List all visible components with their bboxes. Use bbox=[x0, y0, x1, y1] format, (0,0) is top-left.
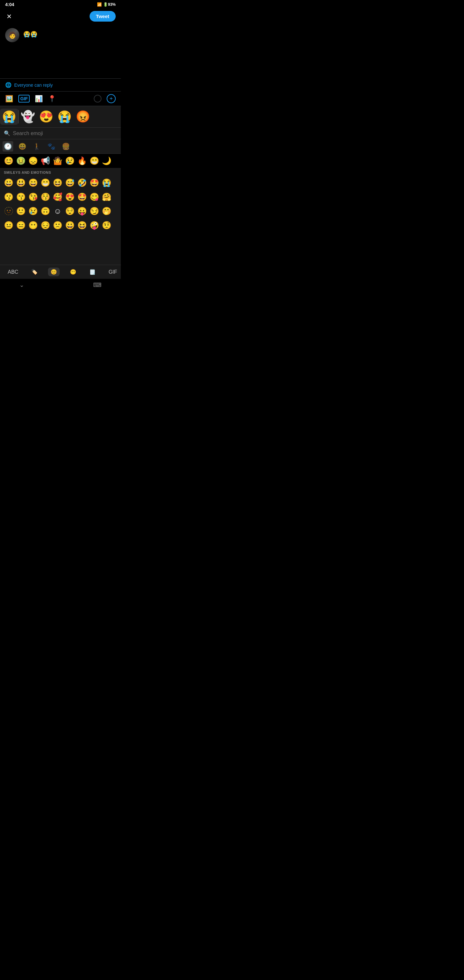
add-button[interactable]: + bbox=[106, 94, 116, 103]
tweet-text[interactable]: 😭😭 bbox=[23, 28, 116, 42]
emoji-star-struck[interactable]: 🤩 bbox=[76, 190, 88, 204]
emoji-search-bar: 🔍 bbox=[0, 128, 121, 139]
emoji-reaction-angry[interactable]: 😡 bbox=[74, 109, 92, 125]
tweet-button[interactable]: Tweet bbox=[90, 11, 116, 22]
emoji-heart-eyes[interactable]: 😍 bbox=[64, 190, 76, 204]
emoji-tab-smileys[interactable]: 😀 bbox=[17, 141, 28, 151]
emoji-recent-5[interactable]: 😢 bbox=[64, 154, 76, 168]
reply-setting-label: Everyone can reply bbox=[14, 83, 53, 88]
emoji-beaming[interactable]: 😁 bbox=[39, 176, 52, 190]
emoji-kissing-smile[interactable]: 😙 bbox=[15, 190, 27, 204]
image-button[interactable]: 🖼️ bbox=[5, 95, 13, 102]
emoji-relaxed[interactable]: ☺️ bbox=[52, 204, 64, 218]
emoji-upside-down[interactable]: 🙃 bbox=[39, 204, 52, 218]
emoji-slightly-frown[interactable]: 🙁 bbox=[52, 218, 64, 232]
reply-setting[interactable]: 🌐 Everyone can reply bbox=[0, 78, 121, 92]
emoji-slightly-smiling[interactable]: 🙂 bbox=[15, 204, 27, 218]
emoji-smileys-row-2: 😗 😙 😘 😚 🥰 😍 🤩 😋 🤗 bbox=[0, 190, 121, 204]
emoji-smileys-row-4: 😐 😑 😶 😔 🙁 😀 😆 🤪 🤨 bbox=[0, 218, 121, 232]
emoji-yum[interactable]: 😋 bbox=[88, 190, 100, 204]
emoji-recent-0[interactable]: 😊 bbox=[3, 154, 15, 168]
kb-text-button[interactable]: 🗒️ bbox=[87, 267, 98, 276]
emoji-recent-6[interactable]: 🔥 bbox=[76, 154, 88, 168]
emoji-kissing-closed[interactable]: 😚 bbox=[39, 190, 52, 204]
avatar: 🧑 bbox=[5, 28, 19, 42]
emoji-smile[interactable]: 😄 bbox=[27, 176, 39, 190]
emoji-tab-food[interactable]: 🍔 bbox=[60, 141, 71, 151]
emoji-kiss[interactable]: 😘 bbox=[27, 190, 39, 204]
avatar-image: 🧑 bbox=[5, 28, 19, 42]
gif-button[interactable]: GIF bbox=[18, 95, 30, 102]
close-button[interactable]: ✕ bbox=[5, 11, 13, 22]
emoji-search-input[interactable] bbox=[13, 130, 117, 136]
status-time: 4:04 bbox=[5, 2, 14, 7]
kb-gif-button[interactable]: GIF bbox=[106, 268, 120, 276]
emoji-raised-eyebrow[interactable]: 🤨 bbox=[100, 218, 113, 232]
emoji-neutral[interactable]: 😐 bbox=[3, 218, 15, 232]
emoji-no-mouth[interactable]: 😶 bbox=[27, 218, 39, 232]
system-nav-bar: ⌄ ⌨ bbox=[0, 279, 121, 293]
kb-emoji-button[interactable]: 😊 bbox=[48, 267, 60, 276]
emoji-reaction-cry2[interactable]: 😭 bbox=[56, 109, 74, 125]
keyboard-bottom-toolbar: ABC 🏷️ 😊 😶 🗒️ GIF :-) ⌫ bbox=[0, 265, 121, 279]
top-bar: ✕ Tweet bbox=[0, 8, 121, 24]
emoji-smileys-row-3: 🫥 🙂 😢 🙃 ☺️ 😌 😛 😏 🤭 bbox=[0, 204, 121, 218]
emoji-recent-7[interactable]: 😁 bbox=[88, 154, 100, 168]
emoji-recent-3[interactable]: 📢 bbox=[39, 154, 52, 168]
compose-area: 🧑 😭😭 bbox=[0, 24, 121, 46]
emoji-crying2[interactable]: 😢 bbox=[27, 204, 39, 218]
emoji-grin2[interactable]: 😀 bbox=[64, 218, 76, 232]
emoji-keyboard: SMILEYS AND EMOTIONS 😀 😃 😄 😁 😆 😅 🤣 🤩 😭 😗… bbox=[0, 168, 121, 265]
emoji-expressionless[interactable]: 😑 bbox=[15, 218, 27, 232]
emoji-section-label: SMILEYS AND EMOTIONS bbox=[0, 168, 121, 176]
emoji-recent-8[interactable]: 🌙 bbox=[100, 154, 113, 168]
emoji-in-love[interactable]: 🥰 bbox=[52, 190, 64, 204]
emoji-recent-2[interactable]: 😞 bbox=[27, 154, 39, 168]
emoji-grinning[interactable]: 😀 bbox=[3, 176, 15, 190]
emoji-shushing[interactable]: 🤭 bbox=[100, 204, 113, 218]
emoji-stuck-out-tongue[interactable]: 😛 bbox=[76, 204, 88, 218]
search-icon: 🔍 bbox=[4, 130, 10, 136]
emoji-smiley[interactable]: 😃 bbox=[15, 176, 27, 190]
emoji-recent-row: 😊 🤢 😞 📢 🤷 😢 🔥 😁 🌙 bbox=[0, 154, 121, 168]
emoji-pensive[interactable]: 😔 bbox=[39, 218, 52, 232]
emoji-rofl[interactable]: 🤣 bbox=[76, 176, 88, 190]
nav-keyboard-icon[interactable]: ⌨ bbox=[93, 282, 102, 288]
char-counter bbox=[94, 95, 102, 102]
emoji-reaction-crying[interactable]: 😭 bbox=[0, 109, 18, 125]
compose-toolbar: 🖼️ GIF 📊 📍 + bbox=[0, 92, 121, 106]
emoji-relieved[interactable]: 😌 bbox=[64, 204, 76, 218]
nav-chevron-icon[interactable]: ⌄ bbox=[19, 282, 24, 288]
battery-icon: 🔋93% bbox=[103, 2, 116, 7]
emoji-laughing[interactable]: 😆 bbox=[52, 176, 64, 190]
location-button[interactable]: 📍 bbox=[48, 95, 56, 102]
emoji-category-tabs: 🕐 😀 🚶 🐾 🍔 bbox=[0, 139, 121, 154]
emoji-reaction-heart-eyes[interactable]: 😍 bbox=[37, 109, 56, 125]
emoji-xd[interactable]: 😆 bbox=[76, 218, 88, 232]
emoji-wacky[interactable]: 🤪 bbox=[88, 218, 100, 232]
emoji-recent-4[interactable]: 🤷 bbox=[52, 154, 64, 168]
emoji-smirk[interactable]: 😏 bbox=[88, 204, 100, 218]
kb-abc-button[interactable]: ABC bbox=[5, 268, 21, 276]
emoji-rolling-laugh[interactable]: 🤩 bbox=[88, 176, 100, 190]
emoji-dotted-face[interactable]: 🫥 bbox=[3, 204, 15, 218]
emoji-tab-animals[interactable]: 🐾 bbox=[46, 141, 57, 151]
status-bar: 4:04 📶 🔋93% bbox=[0, 0, 121, 8]
emoji-recent-1[interactable]: 🤢 bbox=[15, 154, 27, 168]
emoji-sweat-smile[interactable]: 😅 bbox=[64, 176, 76, 190]
emoji-tab-people[interactable]: 🚶 bbox=[32, 141, 42, 151]
status-icons: 📶 🔋93% bbox=[97, 2, 116, 7]
emoji-kissing[interactable]: 😗 bbox=[3, 190, 15, 204]
emoji-reaction-ghost[interactable]: 👻 bbox=[19, 109, 37, 125]
compose-empty-space bbox=[0, 46, 121, 78]
emoji-crying[interactable]: 😭 bbox=[100, 176, 113, 190]
globe-icon: 🌐 bbox=[5, 82, 11, 88]
kb-kaomoji-button[interactable]: 😶 bbox=[67, 267, 79, 276]
emoji-tab-recent[interactable]: 🕐 bbox=[3, 141, 13, 151]
emoji-hugging[interactable]: 🤗 bbox=[100, 190, 113, 204]
poll-button[interactable]: 📊 bbox=[35, 95, 43, 102]
network-icon: 📶 bbox=[97, 2, 102, 7]
kb-sticker-button[interactable]: 🏷️ bbox=[29, 267, 40, 276]
emoji-smileys-row-1: 😀 😃 😄 😁 😆 😅 🤣 🤩 😭 bbox=[0, 176, 121, 190]
emoji-reactions-row: 😭 👻 😍 😭 😡 bbox=[0, 106, 121, 128]
